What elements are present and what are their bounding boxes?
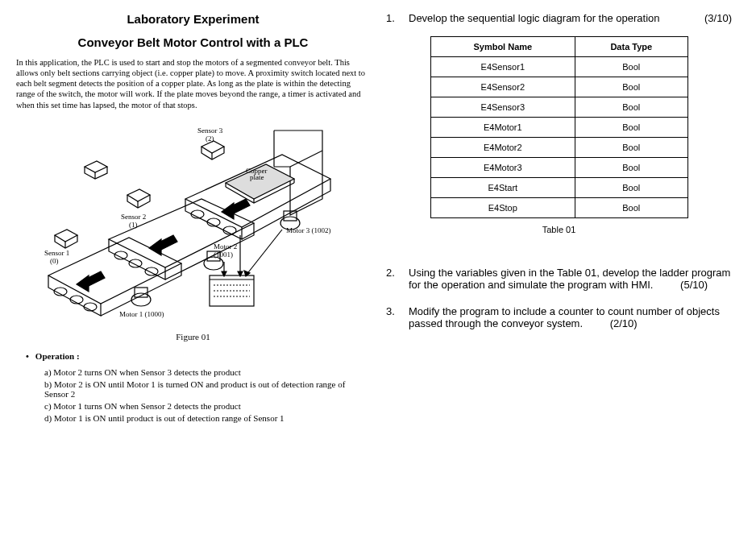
operation-b: b) Motor 2 is ON until Motor 1 is turned… xyxy=(44,379,370,399)
table-row: E4Sensor1Bool xyxy=(430,57,687,77)
q1-marks: (3/10) xyxy=(704,12,732,24)
operation-list: a) Motor 2 turns ON when Sensor 3 detect… xyxy=(16,367,370,423)
label-sensor2-id: (1) xyxy=(129,221,138,229)
label-motor1: Motor 1 (1000) xyxy=(119,310,164,318)
svg-marker-28 xyxy=(77,275,89,292)
label-sensor3-id: (2) xyxy=(206,135,214,143)
title-sub: Conveyor Belt Motor Control with a PLC xyxy=(16,35,370,49)
variables-table: Symbol Name Data Type E4Sensor1Bool E4Se… xyxy=(430,36,688,218)
q2-text: Using the variables given in the Table 0… xyxy=(409,267,732,291)
table-row: E4Motor2Bool xyxy=(430,138,687,158)
label-motor2-top: Motor 2 xyxy=(214,242,237,251)
svg-line-0 xyxy=(290,151,322,167)
q2-marks: (5/10) xyxy=(680,279,708,291)
label-motor2-id: (1001) xyxy=(214,251,233,259)
figure-caption: Figure 01 xyxy=(16,332,370,342)
table-row: E4StartBool xyxy=(430,178,687,198)
svg-marker-29 xyxy=(201,141,224,153)
q1-number: 1. xyxy=(386,12,401,24)
left-column: Laboratory Experiment Conveyor Belt Moto… xyxy=(0,0,378,559)
table-row: E4Sensor2Bool xyxy=(430,77,687,97)
conveyor-diagram-svg: Sensor 3 (2) Copper plate Sensor 2 (1) S… xyxy=(40,118,347,328)
svg-point-16 xyxy=(145,267,158,275)
operation-d: d) Motor 1 is ON until product is out of… xyxy=(44,413,370,423)
q3-number: 3. xyxy=(386,305,401,317)
label-sensor1: Sensor 1 xyxy=(44,249,69,257)
table-row: E4Motor1Bool xyxy=(430,118,687,138)
svg-point-15 xyxy=(129,259,142,267)
q2-number: 2. xyxy=(386,267,401,279)
q1-text: Develop the sequential logic diagram for… xyxy=(409,12,688,24)
operation-c: c) Motor 1 turns ON when Sensor 2 detect… xyxy=(44,401,370,411)
operation-heading: Operation : xyxy=(26,351,370,361)
intro-paragraph: In this application, the PLC is used to … xyxy=(16,57,370,110)
question-1: 1. Develop the sequential logic diagram … xyxy=(386,12,732,24)
table-row: E4StopBool xyxy=(430,198,687,218)
question-3: 3. Modify the program to include a count… xyxy=(386,305,732,329)
table-header-datatype: Data Type xyxy=(575,37,687,57)
label-sensor3: Sensor 3 xyxy=(197,126,223,135)
title-main: Laboratory Experiment xyxy=(16,12,370,26)
operation-a: a) Motor 2 turns ON when Sensor 3 detect… xyxy=(44,367,370,377)
table-row: E4Motor3Bool xyxy=(430,158,687,178)
label-sensor1-id: (0) xyxy=(50,257,59,265)
label-motor3: Motor 3 (1002) xyxy=(286,226,331,234)
table-row: E4Sensor3Bool xyxy=(430,97,687,118)
table-caption: Table 01 xyxy=(386,225,732,234)
table-header-symbol: Symbol Name xyxy=(430,37,575,57)
label-sensor2: Sensor 2 xyxy=(121,213,146,221)
svg-marker-33 xyxy=(55,230,77,242)
q3-marks: (2/10) xyxy=(610,317,638,329)
q3-text: Modify the program to include a counter … xyxy=(409,305,732,329)
right-column: 1. Develop the sequential logic diagram … xyxy=(378,0,756,559)
figure-01-diagram: Sensor 3 (2) Copper plate Sensor 2 (1) S… xyxy=(40,118,347,328)
label-copper-bottom: plate xyxy=(250,173,264,181)
svg-marker-31 xyxy=(127,189,150,201)
question-2: 2. Using the variables given in the Tabl… xyxy=(386,267,732,291)
svg-marker-35 xyxy=(85,161,107,172)
